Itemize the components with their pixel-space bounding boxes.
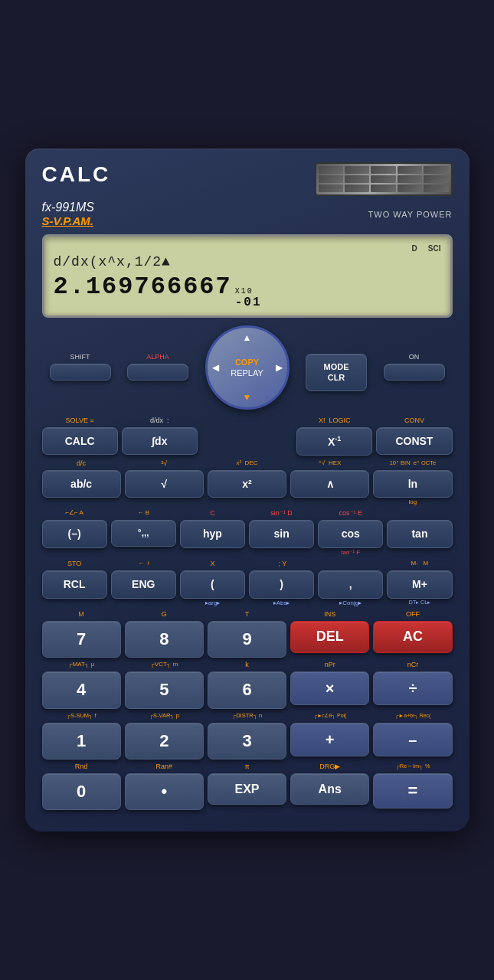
ans-button-cell: DRG▶ Ans — [290, 763, 369, 810]
abc-button[interactable]: ab/c — [42, 470, 121, 498]
ln-button[interactable]: ln — [373, 470, 452, 498]
multiply-button[interactable]: × — [290, 671, 369, 705]
rcl-button-cell: STO RCL — [42, 560, 107, 607]
integral-button[interactable]: ∫dx — [122, 427, 198, 456]
zero-button[interactable]: 0 — [42, 773, 121, 810]
equals-button-cell: ┌Re↔Im┐ % = — [373, 763, 452, 810]
ac-button[interactable]: AC — [373, 621, 452, 653]
display: D SCI d/dx(x^x,1/2▲ 2.169766667 X10 -01 — [42, 234, 453, 318]
nav-row: SHIFT ALPHA ▲ ◀ ▶ ▼ COPY REPLAY MODE CLR… — [42, 325, 453, 410]
dot-button[interactable]: • — [125, 773, 204, 810]
comma-button[interactable]: , — [318, 570, 383, 599]
eight-button-cell: G 8 — [125, 611, 204, 658]
x2-button[interactable]: x² — [208, 470, 286, 498]
neg-button[interactable]: (–) — [42, 520, 107, 548]
calculator: CALC fx-991MS S-V.P.AM. TWO WAY POWER D … — [25, 149, 469, 832]
shift-button[interactable] — [50, 364, 111, 381]
replay-wheel[interactable]: ▲ ◀ ▶ ▼ COPY REPLAY — [205, 325, 290, 410]
five-button-cell: ┌VCT┐ m 5 — [125, 662, 204, 708]
ans-button[interactable]: Ans — [290, 773, 369, 805]
del-button-cell: INS DEL — [290, 611, 369, 658]
mode-clr-button[interactable]: MODE CLR — [306, 354, 367, 390]
x2-button-cell: x³ DEC x² — [208, 460, 286, 507]
alpha-button[interactable] — [127, 364, 188, 381]
minus-button-cell: ┌►a+bi┐ Rec( – — [373, 713, 452, 760]
one-button-cell: ┌S-SUM┐ f 1 — [42, 713, 121, 760]
neg-button-cell: ⌐∠⌐ A (–) — [42, 510, 107, 557]
two-button[interactable]: 2 — [125, 723, 204, 760]
one-button[interactable]: 1 — [42, 723, 121, 760]
on-button[interactable] — [384, 364, 445, 381]
const-button-cell: CONV CONST — [376, 417, 452, 456]
indicator-sci: SCI — [428, 244, 441, 253]
const-button[interactable]: CONST — [376, 427, 452, 456]
integral-button-cell: d/dx : ∫dx — [122, 417, 198, 456]
xinverse-button-cell: X! LOGIC X-1 — [296, 417, 372, 456]
sin-button[interactable]: sin — [249, 520, 314, 548]
xinverse-button[interactable]: X-1 — [296, 427, 372, 456]
sqrt-button[interactable]: √ — [125, 470, 204, 498]
eng-button[interactable]: ENG — [111, 570, 176, 599]
nine-button[interactable]: 9 — [208, 621, 286, 658]
solar-panel — [315, 162, 453, 196]
button-section: SOLVE = CALC d/dx : ∫dx X! LOGIC X-1 CON… — [42, 417, 453, 811]
plus-button[interactable]: + — [290, 723, 369, 756]
four-button-cell: ┌MAT┐ μ 4 — [42, 662, 121, 708]
minus-button[interactable]: – — [373, 723, 452, 756]
cos-button[interactable]: cos — [318, 520, 383, 548]
exp-button-cell: π EXP — [208, 763, 286, 810]
svpam-label: S-V.P.AM. — [42, 214, 94, 227]
exponent-value: -01 — [235, 296, 262, 309]
multiply-button-cell: nPr × — [290, 662, 369, 708]
calc-func-button[interactable]: CALC — [42, 427, 118, 456]
seven-button-cell: M 7 — [42, 611, 121, 658]
rcl-button[interactable]: RCL — [42, 570, 107, 599]
model-name: fx-991MS — [42, 201, 94, 214]
three-button-cell: ┌DISTR┐ n 3 — [208, 713, 286, 760]
sin-button-cell: sin⁻¹ D sin — [249, 510, 314, 557]
replay-label: REPLAY — [231, 368, 263, 377]
copy-label: COPY — [235, 358, 259, 367]
dot-button-cell: Ran# • — [125, 763, 204, 810]
degree-button-cell: ← B °,,, — [111, 510, 176, 557]
rparen-button-cell: ; Y ) ▸Abs▸ — [249, 560, 314, 607]
six-button-cell: k 6 — [208, 662, 286, 708]
divide-button[interactable]: ÷ — [373, 671, 452, 705]
power-button-cell: ˣ√ HEX ∧ — [290, 460, 369, 507]
tan-button-cell: tan — [387, 510, 452, 557]
five-button[interactable]: 5 — [125, 671, 204, 708]
x10-label: X10 — [235, 287, 254, 296]
three-button[interactable]: 3 — [208, 723, 286, 760]
mplus-button-cell: M- M M+ DT▸ CL▸ — [387, 560, 452, 607]
equals-button[interactable]: = — [373, 773, 452, 808]
display-formula: d/dx(x^x,1/2▲ — [54, 254, 441, 270]
rparen-button[interactable]: ) — [249, 570, 314, 599]
del-button[interactable]: DEL — [290, 621, 369, 653]
four-button[interactable]: 4 — [42, 671, 121, 708]
divide-button-cell: nCr ÷ — [373, 662, 452, 708]
eng-button-cell: ← i ENG — [111, 560, 176, 607]
lparen-button[interactable]: ( — [180, 570, 245, 599]
result-value: 2.169766667 — [54, 273, 232, 301]
display-exponent: X10 -01 — [235, 287, 262, 309]
plus-button-cell: ┌►r∠θ┐ Pol( + — [290, 713, 369, 760]
hyp-button[interactable]: hyp — [180, 520, 245, 548]
sqrt-button-cell: ³√ √ — [125, 460, 204, 507]
tan-button[interactable]: tan — [387, 520, 452, 548]
display-result: 2.169766667 X10 -01 — [54, 273, 441, 309]
log-ln-button-cell: 10ˣ BIN eˣ OCTe ln log — [373, 460, 452, 507]
six-button[interactable]: 6 — [208, 671, 286, 708]
seven-button[interactable]: 7 — [42, 621, 121, 658]
calc-button-cell: SOLVE = CALC — [42, 417, 118, 456]
power-button[interactable]: ∧ — [290, 470, 369, 498]
empty-cell — [201, 417, 293, 456]
exp-button[interactable]: EXP — [208, 773, 286, 805]
cos-button-cell: cos⁻¹ E cos tan⁻¹ F — [318, 510, 383, 557]
abc-button-cell: d/c ab/c — [42, 460, 121, 507]
eight-button[interactable]: 8 — [125, 621, 204, 658]
degree-button[interactable]: °,,, — [111, 520, 176, 546]
two-button-cell: ┌S-VAR┐ p 2 — [125, 713, 204, 760]
mplus-button[interactable]: M+ — [387, 570, 452, 599]
two-way-power: TWO WAY POWER — [368, 210, 453, 219]
hyp-button-cell: C hyp — [180, 510, 245, 557]
